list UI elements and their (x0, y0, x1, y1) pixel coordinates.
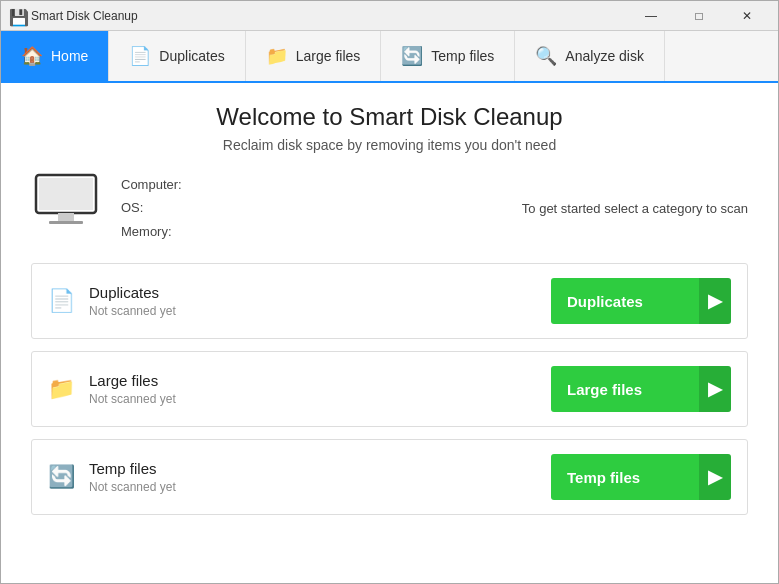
home-icon: 🏠 (21, 45, 43, 67)
temp-files-name: Temp files (89, 460, 551, 477)
tab-temp-files-label: Temp files (431, 48, 494, 64)
large-files-btn-label: Large files (567, 381, 642, 398)
temp-files-scan-button[interactable]: Temp files ▶ (551, 454, 731, 500)
category-card-large-files: 📁 Large files Not scanned yet Large file… (31, 351, 748, 427)
main-content: Welcome to Smart Disk Cleanup Reclaim di… (1, 83, 778, 547)
computer-label: Computer: (121, 173, 182, 196)
temp-files-info: Temp files Not scanned yet (89, 460, 551, 494)
app-icon: 💾 (9, 8, 25, 24)
temp-files-nav-icon: 🔄 (401, 45, 423, 67)
computer-icon (31, 173, 101, 228)
large-files-nav-icon: 📁 (266, 45, 288, 67)
close-button[interactable]: ✕ (724, 1, 770, 31)
duplicates-status: Not scanned yet (89, 304, 551, 318)
category-card-duplicates: 📄 Duplicates Not scanned yet Duplicates … (31, 263, 748, 339)
maximize-button[interactable]: □ (676, 1, 722, 31)
titlebar: 💾 Smart Disk Cleanup — □ ✕ (1, 1, 778, 31)
duplicates-btn-label: Duplicates (567, 293, 643, 310)
tab-duplicates-label: Duplicates (159, 48, 224, 64)
analyze-disk-nav-icon: 🔍 (535, 45, 557, 67)
large-files-icon: 📁 (48, 376, 75, 402)
window-controls: — □ ✕ (628, 1, 770, 31)
duplicates-btn-arrow: ▶ (699, 278, 731, 324)
large-files-info: Large files Not scanned yet (89, 372, 551, 406)
tab-home-label: Home (51, 48, 88, 64)
tab-analyze-disk-label: Analyze disk (565, 48, 644, 64)
duplicates-icon: 📄 (48, 288, 75, 314)
tab-duplicates[interactable]: 📄 Duplicates (109, 31, 245, 81)
tab-analyze-disk[interactable]: 🔍 Analyze disk (515, 31, 665, 81)
temp-files-btn-label: Temp files (567, 469, 640, 486)
large-files-name: Large files (89, 372, 551, 389)
tab-large-files[interactable]: 📁 Large files (246, 31, 382, 81)
temp-files-icon: 🔄 (48, 464, 75, 490)
temp-files-status: Not scanned yet (89, 480, 551, 494)
large-files-status: Not scanned yet (89, 392, 551, 406)
tab-temp-files[interactable]: 🔄 Temp files (381, 31, 515, 81)
large-files-btn-arrow: ▶ (699, 366, 731, 412)
memory-label: Memory: (121, 220, 182, 243)
app-title: Smart Disk Cleanup (31, 9, 628, 23)
computer-info: Computer: OS: Memory: (121, 173, 182, 243)
large-files-scan-button[interactable]: Large files ▶ (551, 366, 731, 412)
duplicates-nav-icon: 📄 (129, 45, 151, 67)
welcome-subtitle: Reclaim disk space by removing items you… (31, 137, 748, 153)
computer-icon-wrap (31, 173, 101, 232)
duplicates-info: Duplicates Not scanned yet (89, 284, 551, 318)
svg-rect-3 (49, 221, 83, 224)
os-label: OS: (121, 196, 182, 219)
navbar: 🏠 Home 📄 Duplicates 📁 Large files 🔄 Temp… (1, 31, 778, 83)
tab-large-files-label: Large files (296, 48, 361, 64)
category-card-temp-files: 🔄 Temp files Not scanned yet Temp files … (31, 439, 748, 515)
svg-rect-2 (58, 213, 74, 221)
scan-hint: To get started select a category to scan (522, 201, 748, 216)
welcome-title: Welcome to Smart Disk Cleanup (31, 103, 748, 131)
tab-home[interactable]: 🏠 Home (1, 31, 109, 81)
temp-files-btn-arrow: ▶ (699, 454, 731, 500)
duplicates-scan-button[interactable]: Duplicates ▶ (551, 278, 731, 324)
info-row: Computer: OS: Memory: To get started sel… (31, 173, 748, 243)
minimize-button[interactable]: — (628, 1, 674, 31)
duplicates-name: Duplicates (89, 284, 551, 301)
svg-rect-1 (39, 178, 93, 210)
